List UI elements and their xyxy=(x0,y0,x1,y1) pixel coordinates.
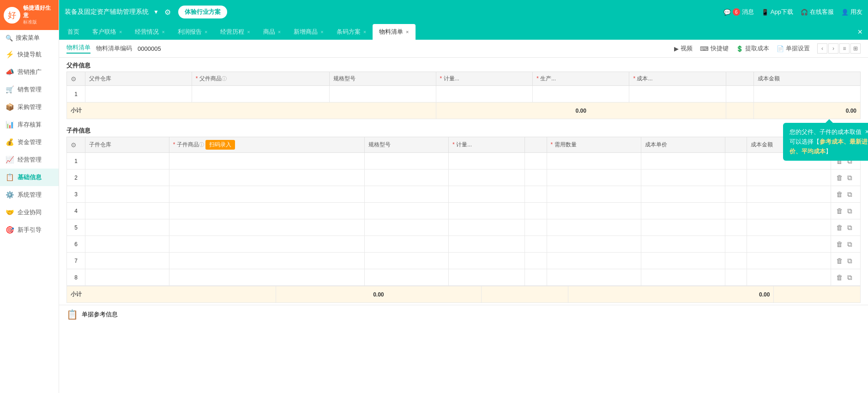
copy-btn-5[interactable]: ⧉ xyxy=(846,223,854,233)
child-qty-2[interactable] xyxy=(547,169,641,186)
tab-close-profit[interactable]: × xyxy=(205,29,207,35)
child-unitcost-8[interactable] xyxy=(641,269,725,286)
child-unitcost-5[interactable] xyxy=(641,219,725,236)
child-unitcost-2[interactable] xyxy=(641,169,725,186)
tab-close-bom[interactable]: × xyxy=(406,29,409,35)
parent-unit-cell[interactable] xyxy=(436,86,532,103)
child-spec-8[interactable] xyxy=(365,269,449,286)
copy-btn-7[interactable]: ⧉ xyxy=(846,256,854,266)
sidebar-item-guide[interactable]: 🎯新手引导 xyxy=(0,221,59,239)
tab-customer[interactable]: 客户联络 × xyxy=(86,24,128,40)
delete-btn-8[interactable]: 🗑 xyxy=(835,272,844,282)
child-qty-6[interactable] xyxy=(547,236,641,253)
settings-icon[interactable]: ⚙ xyxy=(71,75,77,83)
message-item[interactable]: 💬 6 消息 xyxy=(723,8,754,16)
nav-expand[interactable]: ⊞ xyxy=(850,43,861,54)
child-warehouse-4[interactable] xyxy=(85,203,169,219)
scan-button[interactable]: 扫码录入 xyxy=(205,140,235,150)
child-product-3[interactable] xyxy=(169,186,364,203)
copy-btn-8[interactable]: ⧉ xyxy=(846,272,854,283)
child-warehouse-5[interactable] xyxy=(85,219,169,236)
child-warehouse-3[interactable] xyxy=(85,186,169,203)
copy-btn-3[interactable]: ⧉ xyxy=(846,189,854,200)
sidebar-item-purchase[interactable]: 📦采购管理 xyxy=(0,98,59,116)
single-btn[interactable]: 📄 单据设置 xyxy=(777,44,810,53)
tab-close-history[interactable]: × xyxy=(247,29,250,35)
delete-btn-4[interactable]: 🗑 xyxy=(835,206,844,216)
child-qty-3[interactable] xyxy=(547,186,641,203)
child-spec-4[interactable] xyxy=(365,203,449,219)
tab-close-barcode[interactable]: × xyxy=(363,29,366,35)
child-spec-3[interactable] xyxy=(365,186,449,203)
child-product-4[interactable] xyxy=(169,203,364,219)
child-product-1[interactable] xyxy=(169,153,364,169)
sidebar-item-sales[interactable]: 🛒销售管理 xyxy=(0,81,59,98)
search-menu[interactable]: 🔍 搜索菜单 xyxy=(0,30,59,46)
delete-btn-7[interactable]: 🗑 xyxy=(835,256,844,266)
delete-btn-2[interactable]: 🗑 xyxy=(835,173,844,182)
parent-product-cell[interactable] xyxy=(192,86,329,103)
trial-button[interactable]: 体验行业方案 xyxy=(178,6,227,18)
child-spec-7[interactable] xyxy=(365,253,449,269)
nav-menu[interactable]: ≡ xyxy=(839,43,850,54)
child-unit-3[interactable] xyxy=(448,186,524,203)
sidebar-item-operations[interactable]: 📈经营管理 xyxy=(0,151,59,169)
tab-close-new-goods[interactable]: × xyxy=(320,29,323,35)
subheader-tab1[interactable]: 物料清单 xyxy=(66,43,90,54)
tab-close-operation[interactable]: × xyxy=(162,29,164,35)
user-item[interactable]: 👤 用友 xyxy=(841,8,862,16)
child-qty-1[interactable] xyxy=(547,153,641,169)
delete-btn-5[interactable]: 🗑 xyxy=(835,223,844,232)
child-product-8[interactable] xyxy=(169,269,364,286)
parent-cost-cell[interactable] xyxy=(629,86,726,103)
child-spec-1[interactable] xyxy=(365,153,449,169)
cost-btn[interactable]: 💲 提取成本 xyxy=(736,44,769,53)
child-warehouse-6[interactable] xyxy=(85,236,169,253)
child-spec-5[interactable] xyxy=(365,219,449,236)
child-qty-4[interactable] xyxy=(547,203,641,219)
child-product-5[interactable] xyxy=(169,219,364,236)
tab-new-goods[interactable]: 新增商品 × xyxy=(287,24,330,40)
child-unit-6[interactable] xyxy=(448,236,524,253)
child-settings-icon[interactable]: ⚙ xyxy=(71,141,77,149)
child-warehouse-1[interactable] xyxy=(85,153,169,169)
child-unitcost-7[interactable] xyxy=(641,253,725,269)
delete-btn-6[interactable]: 🗑 xyxy=(835,239,844,249)
gear-icon[interactable]: ⚙ xyxy=(164,8,171,17)
child-warehouse-8[interactable] xyxy=(85,269,169,286)
bottom-icon[interactable]: 📋 xyxy=(66,309,78,320)
tab-barcode[interactable]: 条码方案 × xyxy=(330,24,373,40)
child-unitcost-4[interactable] xyxy=(641,203,725,219)
child-product-6[interactable] xyxy=(169,236,364,253)
child-unit-7[interactable] xyxy=(448,253,524,269)
child-qty-5[interactable] xyxy=(547,219,641,236)
system-dropdown[interactable]: ▼ xyxy=(153,9,159,15)
child-unit-2[interactable] xyxy=(448,169,524,186)
app-download-item[interactable]: 📱 App下载 xyxy=(761,8,793,16)
tab-close-goods[interactable]: × xyxy=(278,29,281,35)
parent-warehouse-cell[interactable] xyxy=(85,86,192,103)
child-unit-8[interactable] xyxy=(448,269,524,286)
tab-home[interactable]: 首页 xyxy=(61,24,86,40)
delete-btn-3[interactable]: 🗑 xyxy=(835,189,844,199)
child-unit-5[interactable] xyxy=(448,219,524,236)
child-product-2[interactable] xyxy=(169,169,364,186)
child-unitcost-1[interactable] xyxy=(641,153,725,169)
close-all-tabs[interactable]: × xyxy=(854,25,866,39)
child-spec-2[interactable] xyxy=(365,169,449,186)
child-warehouse-7[interactable] xyxy=(85,253,169,269)
sidebar-item-finance[interactable]: 💰资金管理 xyxy=(0,133,59,151)
online-service-item[interactable]: 🎧 在线客服 xyxy=(801,8,834,16)
tab-history[interactable]: 经营历程 × xyxy=(214,24,256,40)
copy-btn-2[interactable]: ⧉ xyxy=(846,173,854,183)
shortcut-btn[interactable]: ⌨ 快捷键 xyxy=(700,44,729,53)
child-unitcost-6[interactable] xyxy=(641,236,725,253)
sidebar-item-inventory[interactable]: 📊库存核算 xyxy=(0,116,59,133)
child-unit-1[interactable] xyxy=(448,153,524,169)
parent-spec-cell[interactable] xyxy=(329,86,436,103)
sidebar-item-quick-nav[interactable]: ⚡快捷导航 xyxy=(0,46,59,63)
child-warehouse-2[interactable] xyxy=(85,169,169,186)
child-qty-8[interactable] xyxy=(547,269,641,286)
subheader-tab2[interactable]: 物料清单编码 xyxy=(96,44,132,53)
sidebar-item-basic-info[interactable]: 📋基础信息 xyxy=(0,169,59,186)
